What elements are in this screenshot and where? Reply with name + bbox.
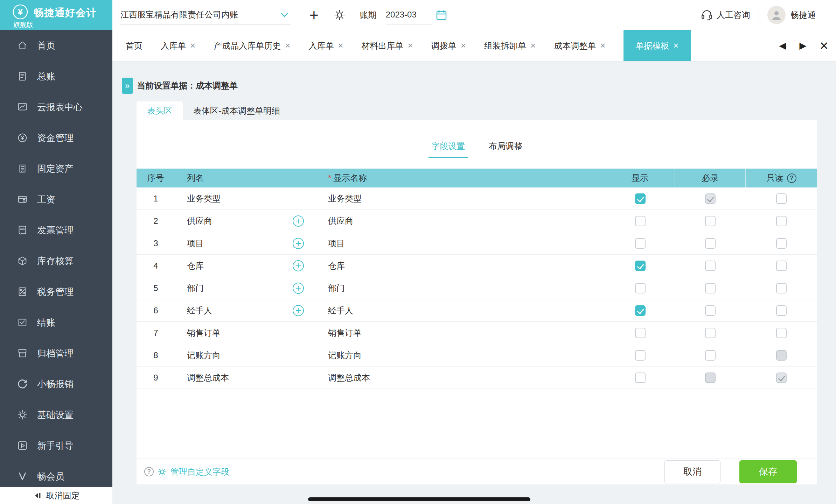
tab-header-region[interactable]: 表头区 [137,101,183,120]
show-checkbox[interactable] [635,283,646,293]
calendar-icon[interactable] [436,9,447,21]
sidebar-item-newbie-guide[interactable]: 新手引导 [0,430,112,461]
sidebar-item-member[interactable]: 畅会员 [0,461,112,487]
sidebar-item-fixed-assets[interactable]: 固定资产 [0,153,112,184]
settings-gear-icon[interactable] [333,9,346,21]
row-name-cell: 经手人 [175,299,317,321]
tab-close-icon[interactable]: × [600,40,605,51]
sidebar-item-inventory[interactable]: 库存核算 [0,246,112,276]
show-checkbox[interactable] [635,216,646,226]
sidebar-item-cloud-reports[interactable]: 云报表中心 [0,92,112,122]
readonly-checkbox[interactable] [776,261,787,271]
tab-close-icon[interactable]: × [530,40,536,51]
sidebar-item-invoices[interactable]: 发票管理 [0,215,112,246]
sidebar-item-payroll[interactable]: 工资 [0,184,112,215]
required-checkbox[interactable] [705,283,716,293]
tab-close-icon[interactable]: × [285,40,290,51]
row-seq: 4 [137,255,175,277]
company-selector[interactable]: 江西服宝精品有限责任公司内账 [120,5,291,25]
header-show: 显示 [605,169,675,187]
funds-yen-icon [17,132,28,143]
tab-inbound-order[interactable]: 入库单 × [161,30,195,61]
unpin-sidebar-button[interactable]: 取消固定 [0,487,112,504]
row-seq: 5 [137,277,175,299]
sidebar-item-basic-settings[interactable]: 基础设置 [0,399,112,430]
tab-field-settings[interactable]: 字段设置 [429,141,468,158]
cancel-button[interactable]: 取消 [664,460,720,483]
readonly-checkbox[interactable] [776,350,787,361]
required-checkbox[interactable] [705,261,716,271]
readonly-help-icon[interactable]: ? [787,173,796,183]
required-checkbox[interactable] [705,216,716,226]
sidebar-item-reimburse[interactable]: 小畅报销 [0,369,112,399]
add-field-icon[interactable] [293,238,304,249]
tab-document-template[interactable]: 单据模板 × [623,30,690,61]
support-link[interactable]: 人工咨询 [717,9,750,21]
show-checkbox[interactable] [635,261,646,271]
manage-custom-fields-link[interactable]: 管理自定义字段 [170,466,229,477]
required-checkbox[interactable] [705,238,716,249]
required-checkbox[interactable] [705,372,716,383]
show-checkbox[interactable] [635,372,646,383]
show-checkbox[interactable] [635,328,646,338]
required-checkbox[interactable] [705,350,716,361]
show-checkbox[interactable] [635,238,646,249]
user-name[interactable]: 畅捷通 [790,9,816,21]
tab-close-icon[interactable]: × [338,40,343,51]
readonly-checkbox[interactable] [776,372,787,383]
readonly-checkbox[interactable] [776,216,787,226]
add-field-icon[interactable] [293,260,304,271]
period-label: 账期 [360,9,377,21]
readonly-checkbox[interactable] [776,238,787,249]
readonly-checkbox[interactable] [776,283,787,293]
tab-close-icon[interactable]: × [408,40,413,51]
tab-home[interactable]: 首页 [126,30,142,61]
tab-close-icon[interactable]: × [461,40,466,51]
table-row: 1 业务类型 业务类型 [137,187,817,210]
tab-layout-adjust[interactable]: 布局调整 [486,141,525,158]
tab-material-outbound[interactable]: 材料出库单 × [362,30,413,61]
required-checkbox[interactable] [705,193,716,204]
sidebar-item-closing[interactable]: 结账 [0,307,112,338]
show-checkbox[interactable] [635,193,646,204]
sidebar-item-archive[interactable]: 归档管理 [0,338,112,369]
tab-close-icon[interactable]: × [673,40,678,51]
tab-inbound-order-2[interactable]: 入库单 × [308,30,343,61]
sidebar-item-general-ledger[interactable]: 总账 [0,61,112,92]
save-button[interactable]: 保存 [739,460,797,483]
readonly-checkbox[interactable] [776,328,787,338]
add-field-icon[interactable] [293,283,304,294]
tab-body-region[interactable]: 表体区-成本调整单明细 [183,101,291,120]
sidebar-item-label: 首页 [37,40,55,52]
row-seq: 8 [137,344,175,366]
tab-cost-adjustment[interactable]: 成本调整单 × [554,30,605,61]
gear-icon [157,467,167,477]
help-icon[interactable]: ? [144,467,154,476]
sidebar-item-home[interactable]: 首页 [0,30,112,61]
close-all-tabs-icon[interactable]: × [820,38,828,53]
tab-finished-goods-inbound-history[interactable]: 产成品入库单历史 × [214,30,290,61]
tab-label: 布局调整 [489,141,522,151]
sidebar-item-label: 总账 [37,70,55,83]
next-tab-arrow[interactable]: ▶ [799,40,806,51]
add-account-set-button[interactable]: + [309,7,319,23]
expand-panel-handle[interactable]: » [122,78,133,94]
tab-transfer-order[interactable]: 调拨单 × [431,30,466,61]
avatar[interactable] [767,6,786,24]
horizontal-scrollbar-thumb[interactable] [308,497,530,501]
add-field-icon[interactable] [293,215,304,227]
prev-tab-arrow[interactable]: ◀ [779,40,786,51]
show-checkbox[interactable] [635,350,646,361]
required-checkbox[interactable] [705,305,716,316]
add-field-icon[interactable] [293,305,304,316]
sidebar-item-tax[interactable]: 税务管理 [0,276,112,307]
company-name: 江西服宝精品有限责任公司内账 [120,9,238,20]
period-selector[interactable]: 2023-03 [386,6,432,24]
sidebar-item-funds[interactable]: 资金管理 [0,122,112,153]
tab-assembly-order[interactable]: 组装拆卸单 × [484,30,536,61]
tab-close-icon[interactable]: × [190,40,195,51]
readonly-checkbox[interactable] [776,305,787,316]
show-checkbox[interactable] [635,305,646,316]
readonly-checkbox[interactable] [776,193,787,204]
required-checkbox[interactable] [705,328,716,338]
